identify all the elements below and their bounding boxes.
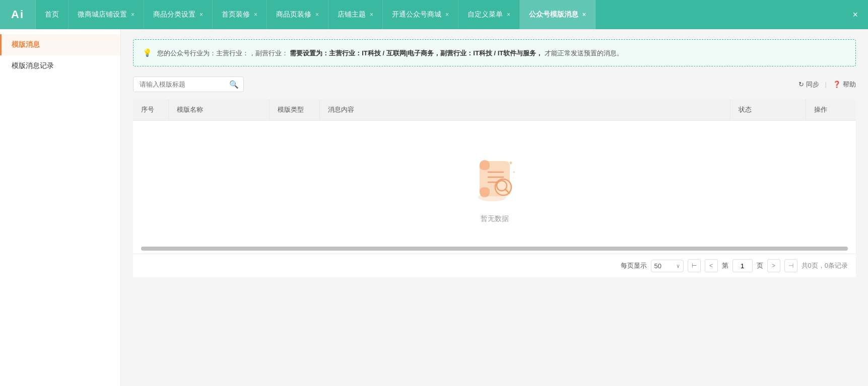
nav-item-product-decoration[interactable]: 商品页装修 × [267, 0, 328, 29]
notice-suffix: 才能正常发送预置的消息。 [545, 49, 623, 57]
close-icon[interactable]: × [582, 11, 586, 18]
help-button[interactable]: ❓ 帮助 [833, 80, 856, 89]
last-page-button[interactable]: ⊣ [784, 259, 797, 272]
page-label-post: 页 [757, 261, 763, 270]
scrollbar-thumb[interactable] [141, 247, 848, 251]
search-bar-left: 🔍 [133, 76, 244, 92]
close-icon[interactable]: × [199, 11, 203, 18]
nav-item-store-settings[interactable]: 微商城店铺设置 × [69, 0, 144, 29]
table-header-row: 序号 模版名称 模版类型 消息内容 状态 操作 [133, 99, 856, 121]
chevron-down-icon: ∨ [676, 263, 680, 269]
notice-box: 💡 您的公众号行业为：主营行业：，副营行业： 需要设置为：主营行业：IT科技 /… [133, 39, 856, 66]
close-icon[interactable]: × [507, 11, 510, 18]
page-size-value: 50 [654, 262, 661, 270]
notice-highlight: 需要设置为：主营行业：IT科技 / 互联网|电子商务，副营行业：IT科技 / I… [290, 49, 543, 57]
close-icon[interactable]: × [445, 11, 449, 18]
page-size-select[interactable]: 50 ∨ [651, 260, 684, 272]
close-all-button[interactable]: × [842, 10, 868, 20]
search-bar: 🔍 ↻ 同步 | ❓ 帮助 [133, 76, 856, 92]
close-icon[interactable]: × [131, 11, 135, 18]
nav-item-open-mall[interactable]: 开通公众号商城 × [383, 0, 458, 29]
main-layout: 模版消息 模版消息记录 💡 您的公众号行业为：主营行业：，副营行业： 需要设置为… [0, 29, 868, 386]
search-input-wrapper: 🔍 [133, 76, 244, 92]
col-header-type: 模版类型 [269, 99, 319, 121]
col-header-status: 状态 [730, 99, 806, 121]
pagination: 每页显示 50 ∨ ⊢ < 第 页 > ⊣ 共0页，0条记录 [133, 254, 856, 277]
col-header-content: 消息内容 [319, 99, 730, 121]
search-icon[interactable]: 🔍 [229, 80, 239, 89]
nav-item-template-msg[interactable]: 公众号模版消息 × [520, 0, 595, 29]
empty-state: ✦ ✦ 暂无数据 [133, 121, 856, 244]
search-input[interactable] [133, 76, 244, 92]
page-number-input[interactable] [732, 259, 753, 272]
close-icon[interactable]: × [254, 11, 257, 18]
sync-icon: ↻ [798, 81, 804, 88]
divider: | [825, 81, 827, 88]
table-wrapper: 序号 模版名称 模版类型 消息内容 状态 操作 [133, 99, 856, 277]
search-bar-right: ↻ 同步 | ❓ 帮助 [798, 80, 856, 89]
next-page-button[interactable]: > [767, 259, 780, 272]
empty-text: 暂无数据 [481, 214, 509, 223]
sidebar-item-template-msg-record[interactable]: 模版消息记录 [0, 55, 120, 76]
close-icon[interactable]: × [315, 11, 319, 18]
nav-item-custom-menu[interactable]: 自定义菜单 × [458, 0, 520, 29]
col-header-action: 操作 [806, 99, 856, 121]
nav-item-store-theme[interactable]: 店铺主题 × [328, 0, 383, 29]
nav-item-category-settings[interactable]: 商品分类设置 × [144, 0, 213, 29]
data-table: 序号 模版名称 模版类型 消息内容 状态 操作 [133, 99, 856, 244]
empty-illustration: ✦ ✦ [467, 151, 522, 206]
nav-item-home[interactable]: 首页 [36, 0, 69, 29]
help-label: 帮助 [843, 80, 856, 89]
sidebar-item-template-msg[interactable]: 模版消息 [0, 34, 120, 55]
top-navigation: Ai 首页 微商城店铺设置 × 商品分类设置 × 首页装修 × 商品页装修 × … [0, 0, 868, 29]
close-icon[interactable]: × [370, 11, 373, 18]
svg-text:✦: ✦ [508, 160, 513, 167]
content-area: 💡 您的公众号行业为：主营行业：，副营行业： 需要设置为：主营行业：IT科技 /… [121, 29, 868, 386]
prev-page-button[interactable]: < [705, 259, 718, 272]
sync-label: 同步 [806, 80, 819, 89]
empty-state-row: ✦ ✦ 暂无数据 [133, 121, 856, 244]
page-label-pre: 第 [722, 261, 728, 270]
col-header-name: 模版名称 [168, 99, 269, 121]
sync-button[interactable]: ↻ 同步 [798, 80, 819, 89]
notice-icon: 💡 [143, 48, 152, 57]
page-size-label: 每页显示 [621, 261, 647, 270]
app-logo: Ai [0, 0, 36, 29]
sidebar: 模版消息 模版消息记录 [0, 29, 121, 386]
total-info: 共0页，0条记录 [802, 261, 848, 270]
scrollbar-track[interactable] [141, 247, 848, 251]
first-page-button[interactable]: ⊢ [688, 259, 701, 272]
nav-item-homepage-decoration[interactable]: 首页装修 × [213, 0, 267, 29]
scrollbar-row [133, 244, 856, 254]
svg-text:✦: ✦ [512, 170, 516, 175]
help-icon: ❓ [833, 81, 841, 88]
col-header-seq: 序号 [133, 99, 168, 121]
notice-prefix: 您的公众号行业为：主营行业：，副营行业： [157, 49, 288, 57]
